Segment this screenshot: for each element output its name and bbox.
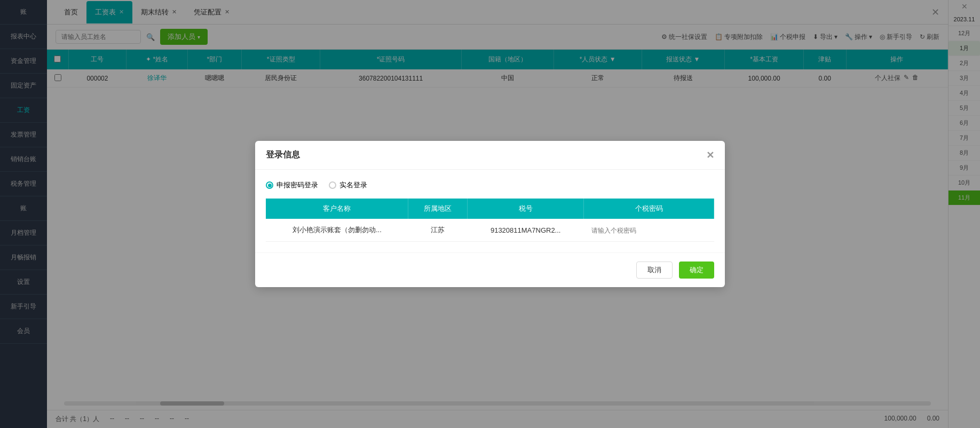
modal-title: 登录信息: [266, 149, 300, 161]
radio-group: 申报密码登录 实名登录: [266, 180, 714, 190]
tax-pwd-cell[interactable]: [584, 219, 714, 242]
modal-close-icon[interactable]: ✕: [706, 150, 714, 160]
region-cell: 江苏: [408, 219, 468, 242]
modal-footer: 取消 确定: [255, 252, 725, 287]
client-name-cell: 刘小艳演示账套（勿删勿动...: [266, 219, 408, 242]
radio-password-login[interactable]: 申报密码登录: [266, 180, 318, 190]
modal-header: 登录信息 ✕: [255, 141, 725, 170]
login-table-row: 刘小艳演示账套（勿删勿动... 江苏 91320811MA7NGR2...: [266, 219, 714, 242]
col-region: 所属地区: [408, 199, 468, 219]
radio-realname-icon: [329, 181, 336, 189]
radio-realname-login[interactable]: 实名登录: [329, 180, 367, 190]
confirm-button[interactable]: 确定: [679, 261, 714, 279]
modal-overlay[interactable]: 登录信息 ✕ 申报密码登录 实名登录 客户名称: [0, 0, 980, 428]
col-tax-pwd: 个税密码: [584, 199, 714, 219]
modal-body: 申报密码登录 实名登录 客户名称 所属地区 税号 个税密码: [255, 170, 725, 252]
login-info-modal: 登录信息 ✕ 申报密码登录 实名登录 客户名称: [255, 141, 725, 287]
login-info-table: 客户名称 所属地区 税号 个税密码 刘小艳演示账套（勿删勿动... 江苏 913…: [266, 199, 714, 242]
radio-password-icon: [266, 181, 273, 189]
tax-no-cell: 91320811MA7NGR2...: [468, 219, 584, 242]
col-tax-no: 税号: [468, 199, 584, 219]
col-client-name: 客户名称: [266, 199, 408, 219]
tax-pwd-input[interactable]: [591, 227, 707, 234]
cancel-button[interactable]: 取消: [636, 261, 673, 279]
